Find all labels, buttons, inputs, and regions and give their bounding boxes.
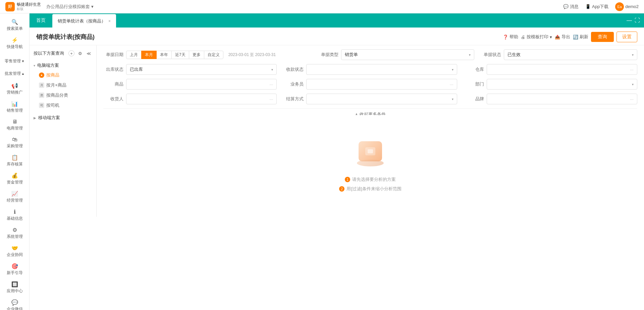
sidebar-item-wechat[interactable]: 💬 企业微信 [0, 297, 29, 310]
page-content: 销货单统计表(按商品) ❓ 帮助 🖨 按模板打印 ▾ 📤 导出 [30, 28, 644, 310]
empty-state: 1 请先选择要分析的方案 2 用[过滤]条件来缩小分析范围 [97, 115, 644, 217]
date-filter: 上月 本月 本年 近7天 更多 自定义 [126, 51, 223, 59]
sidebar-item-inventory[interactable]: 📋 库存核算 [0, 152, 29, 170]
collapse-icon: ∧ [355, 112, 358, 115]
user-menu[interactable]: Ea demo2 [615, 2, 639, 11]
sidebar-item-collab[interactable]: 🤝 企业协同 [0, 242, 29, 260]
tab-minimize-btn[interactable]: — [627, 17, 632, 23]
topbar-right: 💬 消息 📱 App下载 Ea demo2 [563, 2, 639, 11]
query-btn[interactable]: 查询 [591, 32, 614, 42]
settlement-label: 结算方式 [283, 96, 304, 102]
export-btn[interactable]: 📤 导出 [555, 34, 570, 40]
app-download-btn[interactable]: 📱 App下载 [585, 4, 608, 10]
sidebar-item-ecommerce[interactable]: 🖥 电商管理 [0, 116, 29, 134]
sidebar: 🔍 搜索菜单 ⚡ 快捷导航 零售管理 ▼ 批发管理 ▲ 📢 营销推广 📊 销售管… [0, 13, 30, 310]
app-selector[interactable]: 办公用品行业模拟账套 ▾ [44, 4, 96, 10]
scheme-collapse-btn[interactable]: ≪ [86, 50, 92, 57]
warehousestatus-label: 出库状态 [103, 66, 123, 72]
sidebar-item-basic[interactable]: ℹ 基础信息 [0, 206, 29, 224]
group-collapse-icon: ▶ [34, 116, 36, 120]
filter-group-docstatus: 单据状态 已生效 ▾ [481, 49, 637, 60]
chevron-icon: ▼ [21, 59, 25, 63]
filter-group-doctype: 单据类型 销货单 ▾ [318, 49, 475, 60]
sidebar-item-finance[interactable]: 💰 资金管理 [0, 170, 29, 188]
date-pill-thisyear[interactable]: 本年 [156, 51, 172, 59]
help-btn[interactable]: ❓ 帮助 [503, 34, 518, 40]
print-btn[interactable]: 🖨 按模板打印 ▾ [521, 34, 552, 40]
filter-group-warehousestatus: 出库状态 已出库 ▾ [103, 64, 277, 75]
date-range: 2023-03-01 至 2023-03-31 [228, 52, 276, 58]
scheme-panel: 按以下方案查询 + ⚙ ≪ [30, 45, 97, 217]
scheme-item-by-product[interactable]: ● 按商品 [30, 70, 96, 80]
sidebar-item-wholesale[interactable]: 批发管理 ▲ [0, 67, 29, 80]
date-label: 单据日期 [103, 52, 123, 58]
warehouse-control[interactable]: ··· [487, 64, 637, 75]
scheme-settings-btn[interactable]: ⚙ [77, 50, 84, 57]
receiver-dots: ··· [269, 97, 273, 102]
logo-text: 畅捷通好生意 标版 [17, 2, 41, 11]
filter-column: 单据日期 上月 本月 本年 近7天 更多 自定义 2023-03-01 至 20… [97, 45, 644, 217]
brand-label: 品牌 [464, 96, 484, 102]
paymentstatus-control[interactable]: ▾ [306, 64, 457, 75]
tab-maximize-btn[interactable]: ⛶ [635, 17, 640, 23]
sidebar-item-sales[interactable]: 📊 销售管理 [0, 98, 29, 116]
scheme-item-month-product[interactable]: 月 按月+商品 [30, 80, 96, 90]
message-btn[interactable]: 💬 消息 [563, 4, 579, 10]
paymentstatus-label: 收款状态 [283, 66, 304, 72]
date-pill-7days[interactable]: 近7天 [171, 51, 189, 59]
collapse-filters-btn[interactable]: ∧ 收起更多条件 [103, 108, 637, 115]
receiver-label: 收货人 [103, 96, 123, 102]
appcenter-icon: 🔲 [11, 281, 18, 288]
tab-close-btn[interactable]: × [108, 19, 111, 23]
settings-btn[interactable]: 设置 [616, 32, 637, 42]
salesperson-control[interactable]: ··· [306, 79, 457, 90]
warehousestatus-control[interactable]: 已出库 ▾ [126, 64, 277, 75]
date-pill-more[interactable]: 更多 [189, 51, 204, 59]
tab-active[interactable]: 销货单统计表（按商品） × [52, 14, 116, 28]
filter-row-1: 单据日期 上月 本月 本年 近7天 更多 自定义 2023-03-01 至 20… [103, 49, 637, 60]
warehousestatus-arrow: ▾ [271, 68, 273, 71]
scheme-group-mobile-label[interactable]: ▶ 移动端方案 [30, 113, 96, 122]
chevron-down-icon: ▾ [91, 4, 94, 9]
settlement-control[interactable]: ▾ [306, 94, 457, 104]
topbar: 好 畅捷通好生意 标版 办公用品行业模拟账套 ▾ 💬 消息 📱 App下载 Ea… [0, 0, 644, 13]
scheme-item-icon: 司 [39, 103, 44, 108]
sidebar-item-search[interactable]: 🔍 搜索菜单 [0, 16, 29, 34]
scheme-group-pc-label[interactable]: ▾ 电脑端方案 [30, 61, 96, 70]
sidebar-item-purchase[interactable]: 🛍 采购管理 [0, 134, 29, 152]
sidebar-item-appcenter[interactable]: 🔲 应用中心 [0, 278, 29, 297]
warehouse-label: 仓库 [464, 66, 484, 72]
date-pill-thismonth[interactable]: 本月 [141, 51, 157, 59]
department-arrow: ▾ [632, 83, 634, 86]
date-pill-lastmonth[interactable]: 上月 [126, 51, 142, 59]
sidebar-item-ops[interactable]: 📈 经营管理 [0, 188, 29, 206]
scheme-item-driver[interactable]: 司 按司机 [30, 100, 96, 110]
refresh-btn[interactable]: 🔄 刷新 [573, 34, 588, 40]
sidebar-item-system[interactable]: ⚙ 系统管理 [0, 224, 29, 242]
tab-home[interactable]: 首页 [30, 13, 52, 28]
department-control[interactable]: ▾ [487, 79, 637, 90]
doctype-control[interactable]: 销货单 ▾ [341, 49, 475, 60]
filter-row-2: 出库状态 已出库 ▾ 收款状态 ▾ [103, 64, 637, 75]
sidebar-item-marketing[interactable]: 📢 营销推广 [0, 80, 29, 98]
goods-control[interactable]: ··· [126, 79, 277, 90]
scheme-item-category[interactable]: 类 按商品分类 [30, 90, 96, 100]
sidebar-item-quicknav[interactable]: ⚡ 快捷导航 [0, 34, 29, 52]
step-1-num: 1 [345, 177, 350, 182]
message-icon: 💬 [563, 4, 569, 9]
export-icon: 📤 [555, 35, 560, 40]
date-pill-custom[interactable]: 自定义 [204, 51, 223, 59]
brand-control[interactable]: ··· [487, 94, 637, 104]
purchase-icon: 🛍 [12, 137, 17, 143]
settlement-arrow: ▾ [452, 97, 453, 101]
scheme-panel-header: 按以下方案查询 + ⚙ ≪ [30, 49, 96, 59]
scheme-add-btn[interactable]: + [68, 50, 75, 57]
docstatus-control[interactable]: 已生效 ▾ [504, 49, 637, 60]
ecommerce-icon: 🖥 [12, 119, 17, 125]
topbar-left: 好 畅捷通好生意 标版 办公用品行业模拟账套 ▾ [5, 2, 96, 11]
sidebar-item-newbie[interactable]: 🎯 新手引导 [0, 260, 29, 278]
filter-group-brand: 品牌 ··· [464, 94, 637, 104]
sidebar-item-retail[interactable]: 零售管理 ▼ [0, 55, 29, 67]
receiver-control[interactable]: ··· [126, 94, 277, 104]
doctype-dropdown-icon: ▾ [469, 53, 471, 57]
